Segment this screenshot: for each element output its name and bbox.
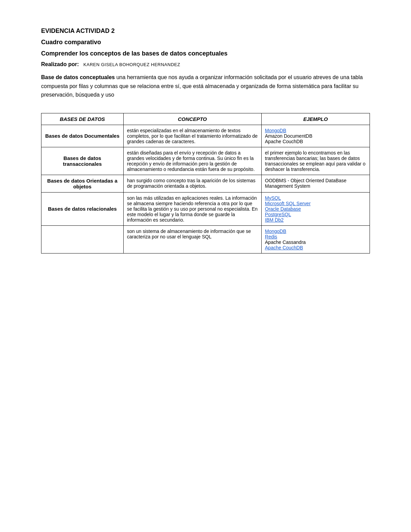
ejemplo-link[interactable]: Redis xyxy=(265,234,277,239)
document-container: EVIDENCIA ACTIVIDAD 2 Cuadro comparativo… xyxy=(41,27,370,253)
title-sub2: Comprender los conceptos de las bases de… xyxy=(41,50,370,57)
row-db-name xyxy=(41,225,124,253)
header-ejemplo: EJEMPLO xyxy=(261,113,370,125)
row-ejemplo: OODBMS - Object Oriented DataBase Manage… xyxy=(261,175,370,192)
row-db-name: Bases de datos Documentales xyxy=(41,125,124,147)
table-row: Bases de datos Orientadas a objetos han … xyxy=(41,175,370,192)
description-strong-text: Base de datos conceptuales xyxy=(41,74,115,80)
title-sub: Cuadro comparativo xyxy=(41,39,370,46)
ejemplo-link[interactable]: MySQL xyxy=(265,195,281,201)
ejemplo-link[interactable]: Apache CouchDB xyxy=(265,245,303,250)
title-main: EVIDENCIA ACTIVIDAD 2 xyxy=(41,27,370,35)
ejemplo-link[interactable]: MongoDB xyxy=(265,228,286,234)
title-section: EVIDENCIA ACTIVIDAD 2 Cuadro comparativo… xyxy=(41,27,370,99)
header-bases-de-datos: BASES DE DATOS xyxy=(41,113,124,125)
header-concepto: CONCEPTO xyxy=(123,113,261,125)
author-label: Realizado por: xyxy=(41,61,79,67)
ejemplo-text: el primer ejemplo lo encontramos en las … xyxy=(265,150,365,172)
table-row: Bases de datos transaccionalesestán dise… xyxy=(41,147,370,175)
comparison-table: BASES DE DATOS CONCEPTO EJEMPLO Bases de… xyxy=(41,113,370,253)
table-row: Bases de datos Documentalesestán especia… xyxy=(41,125,370,147)
row-concepto: son las más utilizadas en aplicaciones r… xyxy=(123,192,261,225)
row-db-name: Bases de datos relacionales xyxy=(41,192,124,225)
row-concepto: han surgido como concepto tras la aparic… xyxy=(123,175,261,192)
ejemplo-plain-text: Apache CouchDB xyxy=(265,139,303,144)
table-row: Bases de datos relacionales son las más … xyxy=(41,192,370,225)
row-db-name: Bases de datos transaccionales xyxy=(41,147,124,175)
row-db-name: Bases de datos Orientadas a objetos xyxy=(41,175,124,192)
description-paragraph: Base de datos conceptuales una herramien… xyxy=(41,73,370,99)
ejemplo-text: OODBMS - Object Oriented DataBase Manage… xyxy=(265,178,347,189)
ejemplo-plain-text: Amazon DocumentDB xyxy=(265,133,313,139)
author-line: Realizado por: KAREN GISELA BOHORQUEZ HE… xyxy=(41,61,370,67)
row-concepto: están diseñadas para el envío y recepció… xyxy=(123,147,261,175)
ejemplo-link[interactable]: IBM Db2 xyxy=(265,217,284,223)
row-concepto: son un sistema de almacenamiento de info… xyxy=(123,225,261,253)
ejemplo-link[interactable]: Microsoft SQL Server xyxy=(265,201,311,206)
ejemplo-link[interactable]: MongoDB xyxy=(265,128,286,133)
ejemplo-plain-text: Apache Cassandra xyxy=(265,239,306,245)
table-header-row: BASES DE DATOS CONCEPTO EJEMPLO xyxy=(41,113,370,125)
ejemplo-link[interactable]: Oracle Database xyxy=(265,206,301,212)
row-ejemplo: MongoDBRedisApache CassandraApache Couch… xyxy=(261,225,370,253)
author-name: KAREN GISELA BOHORQUEZ HERNANDEZ xyxy=(84,62,180,67)
row-ejemplo: MySQLMicrosoft SQL ServerOracle Database… xyxy=(261,192,370,225)
row-ejemplo: el primer ejemplo lo encontramos en las … xyxy=(261,147,370,175)
ejemplo-link[interactable]: PostgreSQL xyxy=(265,212,291,217)
table-row: son un sistema de almacenamiento de info… xyxy=(41,225,370,253)
row-concepto: están especializadas en el almacenamient… xyxy=(123,125,261,147)
row-ejemplo: MongoDBAmazon DocumentDBApache CouchDB xyxy=(261,125,370,147)
